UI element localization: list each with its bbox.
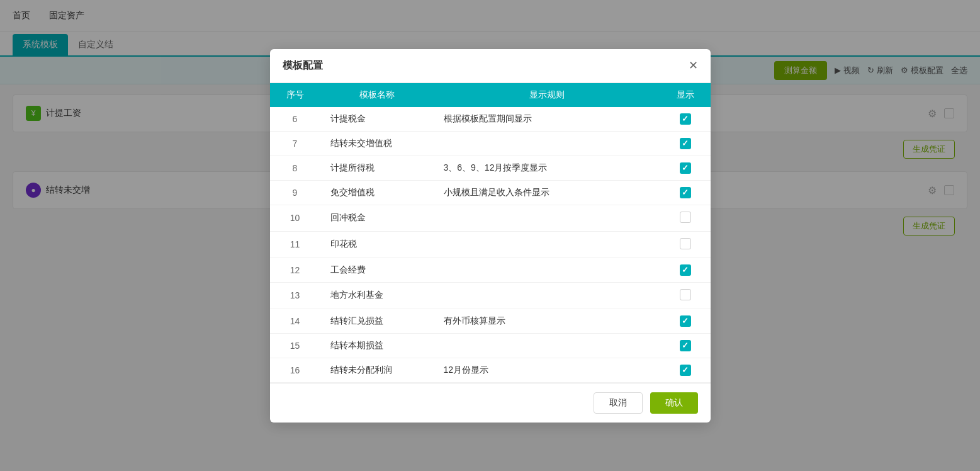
table-row: 12工会经费 (270, 258, 711, 282)
cell-seq-0: 6 (270, 107, 320, 132)
cell-seq-2: 8 (270, 156, 320, 180)
table-row: 7结转未交增值税 (270, 131, 711, 156)
cell-check-7[interactable] (660, 282, 711, 309)
cell-seq-5: 11 (270, 231, 320, 258)
table-row: 8计提所得税3、6、9、12月按季度显示 (270, 156, 711, 180)
cell-seq-6: 12 (270, 258, 320, 282)
col-seq: 序号 (270, 83, 320, 107)
cancel-button[interactable]: 取消 (594, 392, 643, 414)
modal-overlay: 模板配置 ✕ 序号 模板名称 显示规则 显示 6计提税金根据模板配置期间显示7结… (0, 0, 980, 471)
table-row: 14结转汇兑损益有外币核算显示 (270, 309, 711, 333)
checkbox-checked-0[interactable] (680, 113, 691, 125)
col-show: 显示 (660, 83, 711, 107)
modal-header: 模板配置 ✕ (270, 49, 711, 83)
cell-name-0: 计提税金 (320, 107, 434, 132)
cell-check-1[interactable] (660, 131, 711, 156)
cell-seq-10: 16 (270, 358, 320, 382)
cell-rule-4 (434, 205, 660, 231)
modal-footer: 取消 确认 (270, 383, 711, 423)
checkbox-checked-6[interactable] (680, 264, 691, 276)
cell-name-10: 结转未分配利润 (320, 358, 434, 382)
table-header: 序号 模板名称 显示规则 显示 (270, 83, 711, 107)
checkbox-checked-2[interactable] (680, 162, 691, 174)
col-rule: 显示规则 (434, 83, 660, 107)
checkbox-checked-1[interactable] (680, 138, 691, 149)
modal-body: 序号 模板名称 显示规则 显示 6计提税金根据模板配置期间显示7结转未交增值税8… (270, 83, 711, 383)
cell-seq-7: 13 (270, 282, 320, 309)
cell-name-3: 免交增值税 (320, 180, 434, 205)
table-row: 10回冲税金 (270, 205, 711, 231)
cell-check-3[interactable] (660, 180, 711, 205)
modal-title: 模板配置 (283, 59, 323, 72)
cell-rule-2: 3、6、9、12月按季度显示 (434, 156, 660, 180)
cell-seq-4: 10 (270, 205, 320, 231)
cell-rule-1 (434, 131, 660, 156)
cell-name-4: 回冲税金 (320, 205, 434, 231)
cell-rule-9 (434, 333, 660, 358)
cell-rule-8: 有外币核算显示 (434, 309, 660, 333)
checkbox-unchecked-5[interactable] (680, 238, 691, 249)
table-row: 13地方水利基金 (270, 282, 711, 309)
table-row: 6计提税金根据模板配置期间显示 (270, 107, 711, 132)
cell-rule-6 (434, 258, 660, 282)
cell-check-6[interactable] (660, 258, 711, 282)
cell-seq-1: 7 (270, 131, 320, 156)
table-row: 11印花税 (270, 231, 711, 258)
checkbox-checked-10[interactable] (680, 365, 691, 376)
checkbox-checked-8[interactable] (680, 315, 691, 327)
cell-check-0[interactable] (660, 107, 711, 132)
table-row: 15结转本期损益 (270, 333, 711, 358)
checkbox-unchecked-7[interactable] (680, 289, 691, 300)
modal-template-config: 模板配置 ✕ 序号 模板名称 显示规则 显示 6计提税金根据模板配置期间显示7结… (270, 49, 711, 423)
cell-name-5: 印花税 (320, 231, 434, 258)
table-row: 9免交增值税小规模且满足收入条件显示 (270, 180, 711, 205)
cell-rule-7 (434, 282, 660, 309)
cell-rule-10: 12月份显示 (434, 358, 660, 382)
cell-rule-5 (434, 231, 660, 258)
cell-name-1: 结转未交增值税 (320, 131, 434, 156)
checkbox-checked-9[interactable] (680, 340, 691, 351)
cell-name-6: 工会经费 (320, 258, 434, 282)
cell-check-9[interactable] (660, 333, 711, 358)
table-body: 6计提税金根据模板配置期间显示7结转未交增值税8计提所得税3、6、9、12月按季… (270, 107, 711, 383)
cell-seq-8: 14 (270, 309, 320, 333)
cell-name-2: 计提所得税 (320, 156, 434, 180)
cell-name-7: 地方水利基金 (320, 282, 434, 309)
checkbox-checked-3[interactable] (680, 187, 691, 198)
checkbox-unchecked-4[interactable] (680, 212, 691, 223)
cell-check-10[interactable] (660, 358, 711, 382)
cell-check-5[interactable] (660, 231, 711, 258)
cell-check-2[interactable] (660, 156, 711, 180)
cell-name-9: 结转本期损益 (320, 333, 434, 358)
cell-check-8[interactable] (660, 309, 711, 333)
cell-name-8: 结转汇兑损益 (320, 309, 434, 333)
table-row: 16结转未分配利润12月份显示 (270, 358, 711, 382)
cell-rule-0: 根据模板配置期间显示 (434, 107, 660, 132)
confirm-button[interactable]: 确认 (650, 392, 698, 414)
cell-seq-9: 15 (270, 333, 320, 358)
col-name: 模板名称 (320, 83, 434, 107)
modal-table: 序号 模板名称 显示规则 显示 6计提税金根据模板配置期间显示7结转未交增值税8… (270, 83, 711, 383)
cell-seq-3: 9 (270, 180, 320, 205)
cell-rule-3: 小规模且满足收入条件显示 (434, 180, 660, 205)
modal-close-button[interactable]: ✕ (689, 60, 698, 71)
cell-check-4[interactable] (660, 205, 711, 231)
